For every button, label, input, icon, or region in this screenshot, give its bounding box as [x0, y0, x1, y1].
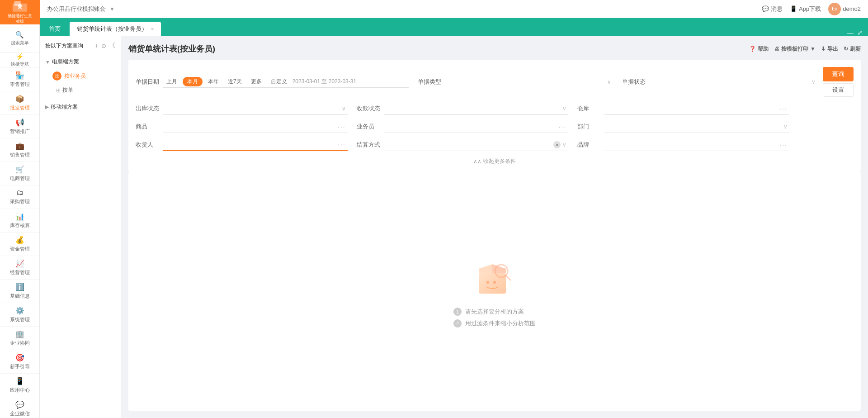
tab-active[interactable]: 销货单统计表（按业务员） ×	[70, 22, 161, 36]
settlement-clear-icon[interactable]: ×	[553, 141, 561, 148]
sidebar-item-newbie[interactable]: 🎯 新手引导	[0, 350, 39, 374]
brand-label: 品牌	[577, 141, 604, 149]
quick-nav-label: 快捷导航	[11, 61, 29, 67]
message-icon: 💬	[762, 5, 769, 12]
sidebar-item-operation[interactable]: 📈 经营管理	[0, 256, 39, 280]
empty-state: 1 请先选择要分析的方案 2 用过滤条件来缩小分析范围	[128, 171, 861, 411]
dept-filter: 部门 ∨	[577, 120, 789, 133]
consignee-field[interactable]: ···	[163, 138, 348, 151]
query-button[interactable]: 查询	[823, 67, 854, 81]
date-btn-custom[interactable]: 自定义	[267, 77, 291, 86]
collapse-panel-icon[interactable]: 《	[109, 42, 115, 50]
help-button[interactable]: ❓ 帮助	[749, 45, 769, 53]
scheme-item-by-order[interactable]: ⊞ 按单	[40, 84, 121, 97]
tip-num-1: 1	[453, 308, 462, 316]
help-icon: ❓	[749, 46, 756, 52]
export-button[interactable]: ⬇ 导出	[821, 45, 838, 53]
tab-active-label: 销货单统计表（按业务员）	[77, 25, 147, 33]
sidebar-item-label-newbie: 新手引导	[10, 363, 30, 370]
query-btn-group: 查询 设置	[823, 67, 854, 97]
consignee-dots-icon: ···	[338, 141, 346, 148]
out-status-dropdown-icon: ∨	[342, 105, 346, 112]
doc-type-field[interactable]: ∨	[445, 76, 613, 88]
add-scheme-icon[interactable]: +	[95, 42, 99, 49]
sidebar-item-enterprise[interactable]: 🏢 企业协同	[0, 327, 39, 350]
export-icon: ⬇	[821, 46, 826, 52]
goods-field[interactable]: ···	[163, 120, 348, 133]
doc-status-field[interactable]: ∨	[649, 76, 817, 88]
doc-status-label: 单据状态	[622, 78, 649, 86]
sidebar-item-inventory[interactable]: 📊 库存核算	[0, 209, 39, 233]
date-filter-field[interactable]: 上月 本月 本年 近7天 更多 自定义 2023-03-01 至 2023-03…	[163, 76, 409, 88]
empty-tip-2-text: 用过滤条件来缩小分析范围	[465, 319, 536, 328]
topbar-right: 💬 消息 📱 App下载 Ea demo2	[762, 3, 861, 15]
sidebar-item-label-marketing: 营销推广	[10, 128, 30, 135]
scheme-group-mobile-header[interactable]: ▶ 移动端方案	[40, 100, 121, 114]
appcenter-icon: 📱	[15, 377, 24, 385]
date-btn-prev-month[interactable]: 上月	[163, 77, 181, 86]
topbar-dropdown-icon[interactable]: ▼	[109, 6, 115, 12]
date-btn-7days[interactable]: 近7天	[224, 77, 245, 86]
sidebar-item-appcenter[interactable]: 📱 应用中心	[0, 374, 39, 397]
pay-status-field[interactable]: ∨	[384, 102, 569, 115]
wholesale-icon: 📦	[15, 95, 24, 103]
minimize-icon[interactable]: —	[847, 29, 854, 36]
sidebar-item-label-wechat: 企业微信	[10, 410, 30, 417]
quick-nav-button[interactable]: ⚡ 快捷导航	[0, 53, 39, 68]
sidebar-item-retail[interactable]: 🏪 零售管理	[0, 68, 39, 91]
collapse-button[interactable]: ∧∧ 收起更多条件	[473, 157, 516, 165]
tab-home[interactable]: 首页	[42, 22, 68, 36]
sidebar-item-purchase[interactable]: 🗂 采购管理	[0, 185, 39, 209]
sidebar-item-marketing[interactable]: 📢 营销推广	[0, 115, 39, 138]
sub-item-icon: ⊞	[56, 87, 61, 94]
sidebar-item-sales[interactable]: 💼 销售管理	[0, 138, 39, 162]
dept-field[interactable]: ∨	[604, 120, 789, 133]
topbar-left: 办公用品行业模拟账套 ▼	[47, 5, 115, 13]
search-menu-button[interactable]: 🔍 搜索菜单	[11, 28, 29, 49]
warehouse-field[interactable]: ···	[604, 102, 789, 115]
settings-button[interactable]: 设置	[823, 83, 854, 97]
scheme-group-mobile: ▶ 移动端方案	[40, 99, 121, 115]
warehouse-label: 仓库	[577, 104, 604, 113]
sidebar-item-wholesale[interactable]: 📦 批发管理	[0, 91, 39, 115]
empty-illustration-svg	[467, 255, 522, 300]
print-button[interactable]: 🖨 按模板打印 ▼	[774, 45, 816, 53]
topbar: 办公用品行业模拟账套 ▼ 💬 消息 📱 App下载 Ea demo2	[40, 0, 868, 18]
sidebar-item-basic[interactable]: ℹ️ 基础信息	[0, 280, 39, 303]
scheme-group-mobile-label: 移动端方案	[51, 103, 78, 111]
date-btn-this-year[interactable]: 本年	[204, 77, 222, 86]
settlement-field[interactable]: × ∨	[384, 138, 569, 151]
salesperson-field[interactable]: ···	[384, 120, 569, 133]
system-icon: ⚙️	[15, 306, 24, 315]
out-status-field[interactable]: ∨	[163, 102, 348, 115]
date-btn-this-month[interactable]: 本月	[183, 77, 203, 86]
message-button[interactable]: 💬 消息	[762, 5, 783, 13]
sidebar-item-label-finance: 资金管理	[10, 246, 30, 252]
user-name-label: demo2	[843, 5, 861, 12]
consignee-label: 收货人	[136, 141, 163, 149]
retail-icon: 🏪	[15, 71, 24, 80]
sidebar-item-wechat[interactable]: 💬 企业微信	[0, 397, 39, 418]
maximize-icon[interactable]: ⤢	[857, 29, 863, 36]
settlement-filter: 结算方式 × ∨	[357, 138, 569, 151]
sidebar-item-label-retail: 零售管理	[10, 81, 30, 88]
scheme-item-salesperson-label: 按业务员	[64, 72, 86, 80]
date-label: 单据日期	[136, 78, 163, 86]
date-btn-more[interactable]: 更多	[247, 77, 265, 86]
svg-line-7	[506, 276, 510, 280]
sidebar-item-ecommerce[interactable]: 🛒 电商管理	[0, 162, 39, 185]
scheme-item-by-salesperson[interactable]: 按 按业务员	[40, 68, 121, 84]
scheme-group-pc-header[interactable]: ▼ 电脑端方案	[40, 55, 121, 68]
pay-status-dropdown-icon: ∨	[562, 105, 566, 112]
sidebar-search-section: 🔍 搜索菜单	[0, 24, 39, 53]
tab-close-icon[interactable]: ×	[151, 26, 154, 32]
sidebar-item-system[interactable]: ⚙️ 系统管理	[0, 303, 39, 327]
edit-scheme-icon[interactable]: ⊙	[101, 43, 106, 49]
brand-field[interactable]: ···	[604, 138, 789, 151]
refresh-button[interactable]: ↻ 刷新	[844, 45, 861, 53]
inventory-icon: 📊	[15, 212, 24, 221]
sidebar-item-finance[interactable]: 💰 资金管理	[0, 233, 39, 256]
user-menu-button[interactable]: Ea demo2	[828, 3, 861, 15]
user-avatar: Ea	[828, 3, 841, 15]
app-download-button[interactable]: 📱 App下载	[790, 5, 821, 13]
